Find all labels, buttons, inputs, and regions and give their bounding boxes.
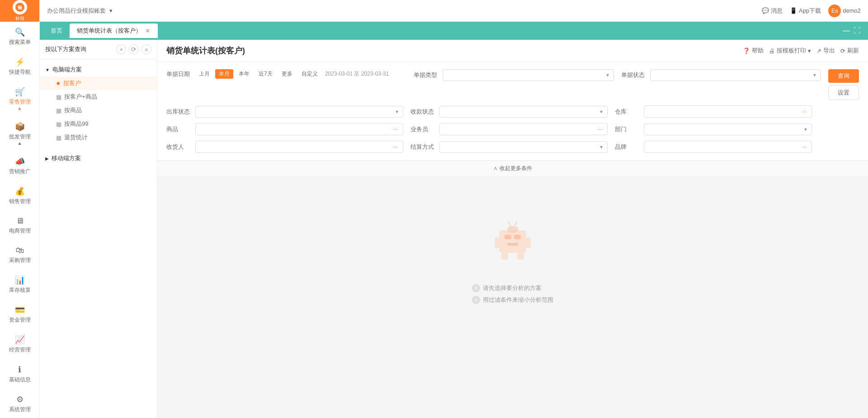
- date-tab-more[interactable]: 更多: [278, 69, 296, 79]
- content-wrapper: 按以下方案查询 + ⟳ « ▼ 电脑端方案: [40, 40, 868, 418]
- empty-hint-2: ② 用过滤条件来缩小分析范围: [472, 296, 553, 304]
- receiver-label: 收货人: [166, 143, 192, 151]
- warehouse-select[interactable]: ···: [644, 105, 812, 118]
- scheme-icon4: ▦: [56, 134, 61, 141]
- tab-home[interactable]: 首页: [43, 24, 70, 38]
- payment-label: 结算方式: [410, 143, 436, 151]
- collapse-bar[interactable]: ∧ 收起更多条件: [157, 161, 868, 176]
- tab-sales-stat[interactable]: 销货单统计表（按客户） ✕: [70, 24, 158, 38]
- sidebar-item-marketing[interactable]: 📣 营销推广: [0, 151, 39, 181]
- sidebar-item-business[interactable]: 📈 经营管理: [0, 329, 39, 359]
- query-button[interactable]: 查询: [828, 69, 859, 83]
- export-btn[interactable]: ↗ 导出: [816, 47, 835, 55]
- tab-maximize-icon[interactable]: ⛶: [854, 27, 861, 35]
- payment-select[interactable]: ▾: [439, 141, 608, 153]
- sidebar-item-retail[interactable]: 🛒 零售管理 ▲: [0, 81, 39, 116]
- collapse-label: ∧ 收起更多条件: [493, 165, 532, 171]
- tree-child-by-customer[interactable]: ● 按客户: [40, 76, 157, 90]
- dropdown-icon[interactable]: ▾: [109, 7, 113, 14]
- sidebar-item-search[interactable]: 🔍 搜索菜单: [0, 22, 39, 52]
- tree-child-return[interactable]: ▦ 退货统计: [40, 131, 157, 144]
- industry-label: 办公用品行业模拟账套: [47, 7, 106, 15]
- tree-parent-mobile-label: 移动端方案: [52, 154, 81, 162]
- sidebar-item-basic[interactable]: ℹ 基础信息: [0, 359, 39, 389]
- payment-dropdown-icon: ▾: [600, 144, 603, 150]
- tree-child-label2: 按商品: [64, 106, 82, 114]
- out-status-dropdown-icon: ▾: [396, 109, 398, 115]
- active-indicator-icon: ●: [56, 79, 61, 87]
- export-icon: ↗: [816, 48, 821, 54]
- tree-child-label: 按客户: [63, 79, 81, 87]
- app-download-btn[interactable]: 📱 App下载: [790, 7, 821, 15]
- tree-section-mobile: ▶ 移动端方案: [40, 148, 157, 169]
- svg-rect-5: [507, 243, 518, 246]
- print-icon: 🖨: [769, 48, 775, 54]
- retail-icon: 🛒: [15, 87, 25, 97]
- sidebar-item-finance[interactable]: 💳 资金管理: [0, 299, 39, 329]
- help-btn[interactable]: ❓ 帮助: [743, 47, 764, 55]
- add-scheme-btn[interactable]: +: [116, 44, 126, 54]
- sidebar-item-inventory[interactable]: 📊 库存核算: [0, 270, 39, 299]
- sidebar-item-ecommerce[interactable]: 🖥 电商管理: [0, 211, 39, 240]
- salesperson-label: 业务员: [410, 125, 436, 133]
- date-tab-thisyear[interactable]: 本年: [235, 69, 253, 79]
- wholesale-icon: 📦: [15, 122, 25, 132]
- hint-num-2: ②: [472, 296, 480, 304]
- out-status-select[interactable]: ▾: [195, 106, 403, 118]
- date-tab-7days[interactable]: 近7天: [255, 69, 276, 79]
- search-icon: 🔍: [15, 27, 25, 37]
- message-icon: 💬: [762, 7, 769, 14]
- tree-parent-mobile[interactable]: ▶ 移动端方案: [40, 152, 157, 165]
- tree-child-customer-goods[interactable]: ▦ 按客户+商品: [40, 90, 157, 104]
- tab-home-label: 首页: [51, 27, 62, 35]
- empty-hint-2-text: 用过滤条件来缩小分析范围: [483, 296, 553, 304]
- dept-dropdown-icon: ▾: [804, 126, 807, 133]
- settings-button[interactable]: 设置: [828, 86, 859, 100]
- svg-line-11: [508, 221, 510, 226]
- left-panel-actions: + ⟳ «: [116, 44, 151, 54]
- tree-child-goods[interactable]: ▦ 按商品: [40, 104, 157, 117]
- date-label: 单据日期: [166, 70, 192, 78]
- tab-bar: 首页 销货单统计表（按客户） ✕ — ⛶: [40, 22, 868, 40]
- sidebar-item-purchase[interactable]: 🛍 采购管理: [0, 240, 39, 270]
- sidebar-item-system[interactable]: ⚙ 系统管理: [0, 389, 39, 418]
- refresh-btn[interactable]: ⟳ 刷新: [840, 47, 859, 55]
- goods-dots: ···: [393, 126, 398, 133]
- tab-close-icon[interactable]: ✕: [145, 27, 151, 34]
- receive-status-select[interactable]: ▾: [439, 106, 608, 118]
- print-btn[interactable]: 🖨 按模板打印 ▾: [769, 47, 811, 55]
- sidebar-item-sales[interactable]: 💰 销售管理: [0, 181, 39, 211]
- user-avatar-btn[interactable]: Ea demo2: [828, 5, 861, 17]
- scheme-icon2: ▦: [56, 107, 61, 114]
- salesperson-select[interactable]: ···: [439, 123, 608, 135]
- receiver-select[interactable]: ···: [195, 141, 403, 153]
- collapse-panel-btn[interactable]: «: [142, 44, 151, 54]
- date-tab-custom[interactable]: 自定义: [298, 69, 321, 79]
- date-tab-lastmonth[interactable]: 上月: [195, 69, 213, 79]
- svg-rect-4: [514, 235, 521, 239]
- scheme-icon3: ▦: [56, 121, 61, 128]
- sidebar-item-wholesale[interactable]: 📦 批发管理 ▲: [0, 116, 39, 151]
- brand-select[interactable]: ···: [644, 141, 812, 153]
- business-icon: 📈: [15, 335, 25, 345]
- tree-child-label: 按客户+商品: [64, 93, 97, 101]
- svg-point-10: [507, 226, 518, 233]
- message-btn[interactable]: 💬 消息: [762, 7, 783, 15]
- goods-select[interactable]: ···: [195, 123, 403, 135]
- date-tab-thismonth[interactable]: 本月: [215, 69, 233, 79]
- hint-num-1: ①: [472, 284, 480, 292]
- left-panel-header: 按以下方案查询 + ⟳ «: [40, 40, 157, 59]
- tab-minimize-icon[interactable]: —: [843, 27, 850, 35]
- svg-rect-9: [517, 253, 524, 260]
- page-header: 销货单统计表(按客户) ❓ 帮助 🖨 按模板打印 ▾ ↗ 导出: [157, 40, 868, 62]
- dept-select[interactable]: ▾: [644, 124, 812, 135]
- sidebar-item-quicknav[interactable]: ⚡ 快捷导航: [0, 52, 39, 81]
- tree-arrow-mobile-icon: ▶: [45, 156, 49, 161]
- tab-sales-stat-label: 销货单统计表（按客户）: [77, 27, 142, 35]
- order-status-select[interactable]: ▾: [650, 69, 821, 81]
- tree-child-goods99[interactable]: ▦ 按商品99: [40, 117, 157, 131]
- logo-area: 畅 标报: [0, 0, 39, 22]
- order-type-select[interactable]: ▾: [443, 69, 614, 81]
- refresh-scheme-btn[interactable]: ⟳: [129, 44, 139, 54]
- tree-parent-desktop[interactable]: ▼ 电脑端方案: [40, 63, 157, 76]
